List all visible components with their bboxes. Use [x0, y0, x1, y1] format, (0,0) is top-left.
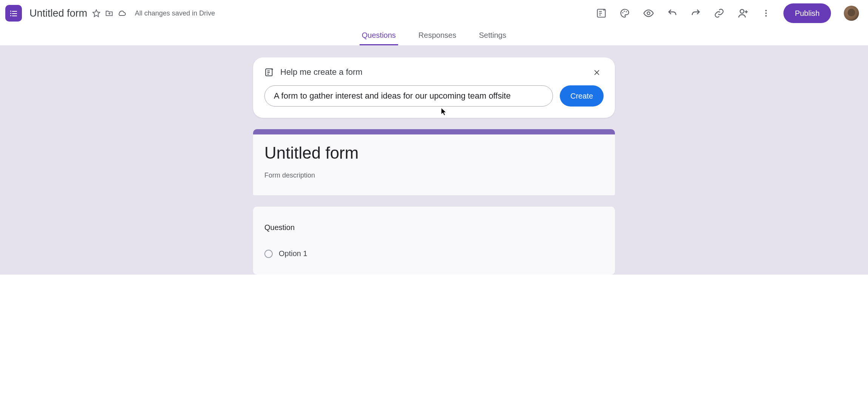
tab-questions[interactable]: Questions [360, 26, 398, 45]
palette-icon[interactable] [619, 8, 630, 19]
save-status: All changes saved in Drive [135, 9, 215, 17]
add-collaborators-icon[interactable] [737, 8, 749, 19]
option-label-input[interactable]: Option 1 [279, 249, 307, 258]
svg-point-19 [765, 15, 767, 17]
ai-prompt-card: Help me create a form Create [253, 57, 615, 118]
copy-link-icon[interactable] [714, 8, 724, 19]
svg-point-12 [626, 11, 627, 12]
form-accent-bar [253, 129, 615, 134]
svg-rect-0 [10, 11, 11, 12]
ai-sparkle-list-icon[interactable] [596, 8, 607, 19]
radio-icon [264, 250, 273, 258]
close-icon[interactable] [593, 68, 602, 77]
forms-app-icon[interactable] [5, 5, 22, 22]
svg-point-11 [624, 11, 625, 12]
more-icon[interactable] [761, 9, 771, 18]
account-avatar[interactable] [844, 6, 859, 21]
header-right: Publish [596, 3, 859, 23]
editor-tabs: Questions Responses Settings [0, 26, 868, 45]
ai-sparkle-list-icon [264, 67, 274, 77]
undo-icon[interactable] [667, 8, 678, 19]
forms-list-icon [9, 9, 18, 18]
svg-point-10 [622, 12, 624, 13]
create-button[interactable]: Create [560, 85, 604, 107]
svg-point-14 [740, 9, 744, 13]
question-title-input[interactable]: Question [264, 223, 604, 232]
form-description-input[interactable]: Form description [264, 171, 604, 179]
ai-input-row: Create [264, 85, 604, 107]
tab-settings[interactable]: Settings [477, 26, 508, 45]
star-icon[interactable] [92, 9, 101, 18]
svg-point-13 [647, 12, 650, 15]
ai-prompt-title: Help me create a form [280, 67, 363, 77]
ai-prompt-header: Help me create a form [264, 67, 604, 77]
form-title-body: Untitled form Form description [253, 134, 615, 195]
move-to-folder-icon[interactable] [105, 9, 114, 18]
editor-canvas: Help me create a form Create Untitled fo… [0, 45, 868, 275]
avatar-face [848, 9, 855, 16]
title-icons-group [92, 9, 127, 18]
app-header: Untitled form All changes saved in Drive [0, 0, 868, 26]
svg-rect-5 [12, 15, 17, 16]
redo-icon[interactable] [690, 8, 701, 19]
preview-icon[interactable] [643, 8, 654, 19]
doc-title[interactable]: Untitled form [29, 8, 87, 19]
svg-point-18 [765, 12, 767, 14]
svg-rect-1 [12, 11, 17, 12]
publish-button[interactable]: Publish [783, 3, 831, 23]
svg-point-17 [765, 10, 767, 11]
form-title-input[interactable]: Untitled form [264, 144, 604, 162]
cloud-saved-icon[interactable] [117, 9, 127, 18]
question-card[interactable]: Question Option 1 [253, 207, 615, 275]
svg-rect-4 [10, 15, 11, 16]
svg-rect-3 [12, 13, 17, 14]
ai-prompt-input[interactable] [264, 85, 553, 107]
option-row: Option 1 [264, 249, 604, 258]
form-title-card[interactable]: Untitled form Form description [253, 129, 615, 195]
svg-rect-2 [10, 13, 11, 14]
tab-responses[interactable]: Responses [416, 26, 459, 45]
